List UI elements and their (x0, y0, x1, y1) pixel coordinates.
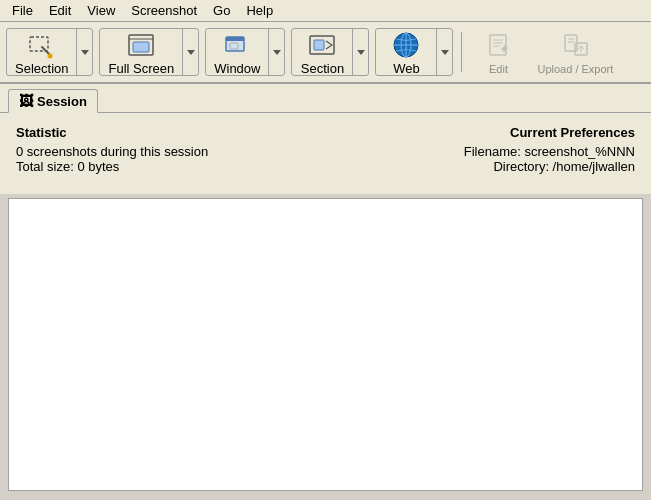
session-tab-label: Session (37, 94, 87, 109)
svg-point-1 (47, 53, 52, 58)
fullscreen-icon (125, 29, 157, 61)
tab-area: 🖼 Session (0, 84, 651, 113)
edit-icon (482, 29, 514, 61)
screenshots-count: 0 screenshots during this session (16, 144, 326, 159)
window-label: Window (214, 61, 260, 76)
svg-rect-3 (133, 42, 149, 52)
selection-arrow-icon (81, 50, 89, 55)
menu-view[interactable]: View (79, 1, 123, 20)
upload-icon (559, 29, 591, 61)
stats-row: Statistic 0 screenshots during this sess… (16, 125, 635, 174)
window-button[interactable]: Window (206, 29, 268, 75)
svg-rect-8 (314, 40, 324, 50)
section-button[interactable]: Section (292, 29, 352, 75)
menu-screenshot[interactable]: Screenshot (123, 1, 205, 20)
statistic-col: Statistic 0 screenshots during this sess… (16, 125, 326, 174)
web-button[interactable]: Web (376, 29, 436, 75)
web-label: Web (393, 61, 420, 76)
web-arrow-icon (441, 50, 449, 55)
fullscreen-button[interactable]: Full Screen (100, 29, 182, 75)
window-dropdown[interactable] (268, 29, 284, 75)
menu-go[interactable]: Go (205, 1, 238, 20)
menu-file[interactable]: File (4, 1, 41, 20)
toolbar: Selection Full Screen (0, 22, 651, 84)
web-group: Web (375, 28, 453, 76)
window-group: Window (205, 28, 285, 76)
preferences-title: Current Preferences (326, 125, 636, 140)
upload-button: Upload / Export (530, 26, 620, 78)
edit-button: Edit (468, 26, 528, 78)
edit-label: Edit (489, 63, 508, 75)
filename-value: Filename: screenshot_%NNN (326, 144, 636, 159)
upload-label: Upload / Export (537, 63, 613, 75)
selection-label: Selection (15, 61, 68, 76)
menubar: File Edit View Screenshot Go Help (0, 0, 651, 22)
selection-icon (26, 29, 58, 61)
selection-dropdown[interactable] (76, 29, 92, 75)
section-arrow-icon (357, 50, 365, 55)
window-arrow-icon (273, 50, 281, 55)
statistic-title: Statistic (16, 125, 326, 140)
fullscreen-label: Full Screen (108, 61, 174, 76)
menu-edit[interactable]: Edit (41, 1, 79, 20)
session-stats: Statistic 0 screenshots during this sess… (0, 113, 651, 194)
menu-help[interactable]: Help (238, 1, 281, 20)
total-size: Total size: 0 bytes (16, 159, 326, 174)
selection-group: Selection (6, 28, 93, 76)
section-icon (306, 29, 338, 61)
fullscreen-group: Full Screen (99, 28, 199, 76)
screenshot-area (8, 198, 643, 491)
session-icon: 🖼 (19, 93, 33, 109)
svg-rect-5 (226, 37, 244, 41)
section-label: Section (301, 61, 344, 76)
fullscreen-arrow-icon (187, 50, 195, 55)
session-tab[interactable]: 🖼 Session (8, 89, 98, 113)
fullscreen-dropdown[interactable] (182, 29, 198, 75)
toolbar-separator (461, 32, 462, 72)
svg-rect-13 (490, 35, 506, 55)
section-group: Section (291, 28, 369, 76)
web-icon (390, 29, 422, 61)
main-content: Statistic 0 screenshots during this sess… (0, 113, 651, 499)
section-dropdown[interactable] (352, 29, 368, 75)
selection-button[interactable]: Selection (7, 29, 76, 75)
directory-value: Directory: /home/jlwallen (326, 159, 636, 174)
window-icon (221, 29, 253, 61)
preferences-col: Current Preferences Filename: screenshot… (326, 125, 636, 174)
web-dropdown[interactable] (436, 29, 452, 75)
